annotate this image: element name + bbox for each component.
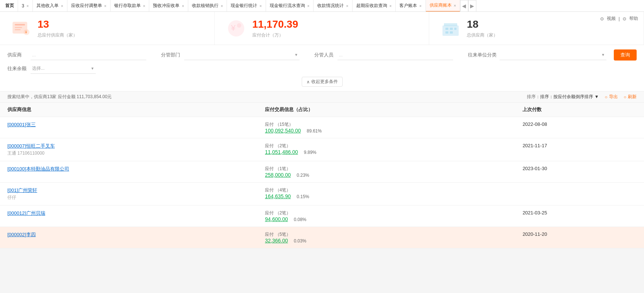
- tx-amount-row: 164,635.900.15%: [265, 193, 508, 199]
- payable-amount-text: 11,170.39 应付合计（万）: [252, 18, 298, 38]
- nav-tab-cash-bank-stat[interactable]: 现金银行统计 ×: [227, 0, 266, 12]
- supplier-link[interactable]: [001]广州荣轩: [7, 187, 37, 193]
- nav-tab-customer-ledger[interactable]: 客户账本 ×: [396, 0, 426, 12]
- close-bank-icon[interactable]: ×: [143, 4, 145, 8]
- supplier-sub-info: 仔仔: [7, 194, 250, 201]
- data-table-container: 供应商信息 应付交易信息（占比） 上次付数 [000001]张三应付 （15笔）…: [0, 103, 644, 248]
- prepay-label: 预收冲应收单: [153, 3, 179, 9]
- category-chevron-down-icon: ▼: [601, 53, 605, 57]
- last-pay-cell: 2021-03-25: [515, 206, 644, 227]
- other-income-label: 其他收入单: [36, 3, 59, 9]
- balance-filter-select[interactable]: 选择... ▼: [31, 63, 96, 74]
- nav-tab-ar-ap-adjust[interactable]: 应收应付调整单 ×: [67, 0, 111, 12]
- svg-rect-1: [15, 24, 25, 25]
- help-link[interactable]: 帮助: [629, 15, 638, 22]
- table-row: [000007]恒旺二手叉车王通 17106110000应付 （2笔）11,05…: [0, 138, 644, 161]
- tx-type-label: 应付 （1笔）: [265, 166, 508, 172]
- tx-info-cell: 应付 （2笔）94,600.000.08%: [258, 206, 515, 227]
- tx-percent-value: 89.61%: [307, 128, 322, 134]
- tx-amount-value[interactable]: 32,366.00: [265, 238, 288, 244]
- category-filter-select[interactable]: ▼: [500, 50, 607, 60]
- svg-point-8: [237, 23, 241, 28]
- last-pay-cell: 2022-08-08: [515, 117, 644, 138]
- svg-rect-13: [454, 28, 456, 30]
- tx-amount-value[interactable]: 100,092,540.00: [265, 128, 301, 134]
- customer-ledger-label: 客户账本: [399, 3, 417, 9]
- bank-deposit-label: 银行存取款单: [114, 3, 141, 9]
- tx-amount-value[interactable]: 164,635.90: [265, 193, 291, 199]
- supplier-link[interactable]: [000001]张三: [7, 122, 36, 127]
- th-tx-info: 应付交易信息（占比）: [258, 103, 515, 117]
- svg-point-6: [228, 20, 244, 37]
- refresh-button[interactable]: ○ 刷新: [624, 94, 637, 100]
- close-customer-ledger-icon[interactable]: ×: [419, 4, 421, 8]
- tab3-label: 3: [22, 3, 24, 8]
- collapse-label: 收起更多条件: [311, 79, 338, 85]
- nav-prev-arrow[interactable]: ◀: [460, 0, 468, 12]
- supplier-link[interactable]: [000007]恒旺二手叉车: [7, 143, 55, 149]
- close-prepay-icon[interactable]: ×: [182, 4, 184, 8]
- total-suppliers-icon: [440, 18, 461, 39]
- receipt-stat-label: 收款情况统计: [317, 3, 344, 9]
- tx-percent-value: 9.89%: [304, 150, 316, 155]
- supplier-ledger-label: 供应商账本: [430, 2, 452, 8]
- export-button[interactable]: ○ 导出: [605, 94, 618, 100]
- supplier-info-cell: [000007]恒旺二手叉车王通 17106110000: [0, 138, 258, 161]
- nav-tab-receipt-stat[interactable]: 收款情况统计 ×: [314, 0, 352, 12]
- close-other-income-icon[interactable]: ×: [61, 4, 63, 8]
- nav-tab-home[interactable]: 首页: [1, 0, 18, 12]
- close-supplier-ledger-icon[interactable]: ×: [454, 3, 456, 8]
- close-cash-bank-stat-icon[interactable]: ×: [259, 4, 262, 8]
- nav-tab-receipt-verify[interactable]: 收款核销执行 ×: [188, 0, 227, 12]
- ar-ap-adjust-label: 应收应付调整单: [71, 3, 102, 9]
- dept-filter-select[interactable]: ▼: [184, 50, 300, 60]
- balance-chevron-down-icon: ▼: [91, 66, 94, 70]
- person-filter-input[interactable]: [337, 50, 453, 60]
- close-receipt-verify-icon[interactable]: ×: [221, 4, 223, 8]
- close-ar-ap-icon[interactable]: ×: [104, 4, 106, 8]
- svg-rect-12: [450, 28, 453, 30]
- nav-tab-other-income[interactable]: 其他收入单 ×: [33, 0, 67, 12]
- last-pay-cell: 2021-11-17: [515, 138, 644, 161]
- dept-filter-label: 分管部门: [161, 52, 181, 58]
- supplier-link[interactable]: [000002]李四: [7, 232, 36, 237]
- supplier-link[interactable]: [000012]广州贝瑞: [7, 210, 45, 216]
- nav-next-arrow[interactable]: ▶: [468, 0, 476, 12]
- close-receipt-stat-icon[interactable]: ×: [346, 4, 348, 8]
- supplier-sub-info: 王通 17106110000: [7, 150, 250, 156]
- payable-amount-label: 应付合计（万）: [252, 32, 298, 38]
- tx-info-cell: 应付 （5笔）32,366.000.03%: [258, 227, 515, 248]
- nav-tab-prepay[interactable]: 预收冲应收单 ×: [149, 0, 188, 12]
- tx-info-cell: 应付 （2笔）11,051,486.009.89%: [258, 138, 515, 161]
- balance-filter-label: 往来余额: [7, 65, 28, 72]
- search-button[interactable]: 查询: [614, 49, 637, 61]
- supplier-filter-input[interactable]: [31, 50, 146, 60]
- close-overdue-ar-icon[interactable]: ×: [389, 4, 392, 8]
- filter-balance: 往来余额 选择... ▼: [7, 63, 96, 74]
- nav-tab-supplier-ledger[interactable]: 供应商账本 ×: [426, 0, 460, 12]
- svg-rect-15: [450, 31, 453, 34]
- collapse-button[interactable]: ∧ 收起更多条件: [302, 77, 343, 87]
- tx-amount-value[interactable]: 258,000.00: [265, 172, 291, 178]
- cash-bank-stat-label: 现金银行统计: [231, 3, 257, 9]
- top-navigation: 首页 3 × 其他收入单 × 应收应付调整单 × 银行存取款单 × 预收冲应收单…: [0, 0, 644, 12]
- supplier-link[interactable]: [000100]本特勤油品有限公司: [7, 166, 69, 172]
- tx-amount-value[interactable]: 94,600.00: [265, 216, 288, 222]
- nav-tab-overdue-ar[interactable]: 超期应收款查询 ×: [353, 0, 396, 12]
- video-link[interactable]: 视频: [607, 15, 616, 22]
- nav-tab-cash-bank-flow[interactable]: 现金银行流水查询 ×: [266, 0, 314, 12]
- close-cash-bank-flow-icon[interactable]: ×: [307, 4, 309, 8]
- nav-tab-bank-deposit[interactable]: 银行存取款单 ×: [111, 0, 149, 12]
- close-tab3-icon[interactable]: ×: [27, 4, 29, 8]
- tx-amount-value[interactable]: 11,051,486.00: [265, 149, 298, 155]
- last-pay-cell: 2020-11-20: [515, 227, 644, 248]
- tx-info-cell: 应付 （4笔）164,635.900.15%: [258, 183, 515, 206]
- sort-chevron-down-icon[interactable]: ▼: [595, 94, 599, 99]
- nav-tab-3[interactable]: 3 ×: [18, 0, 33, 12]
- table-header: 供应商信息 应付交易信息（占比） 上次付数: [0, 103, 644, 117]
- last-pay-cell: [515, 183, 644, 206]
- filter-category: 往来单位分类 ▼: [468, 50, 607, 60]
- result-actions: 排序：排序：按应付余额倒序排序 ▼ ○ 导出 ○ 刷新: [527, 94, 637, 100]
- supplier-info-cell: [001]广州荣轩仔仔: [0, 183, 258, 206]
- payable-suppliers-text: 13 总应付供应商（家）: [38, 18, 77, 38]
